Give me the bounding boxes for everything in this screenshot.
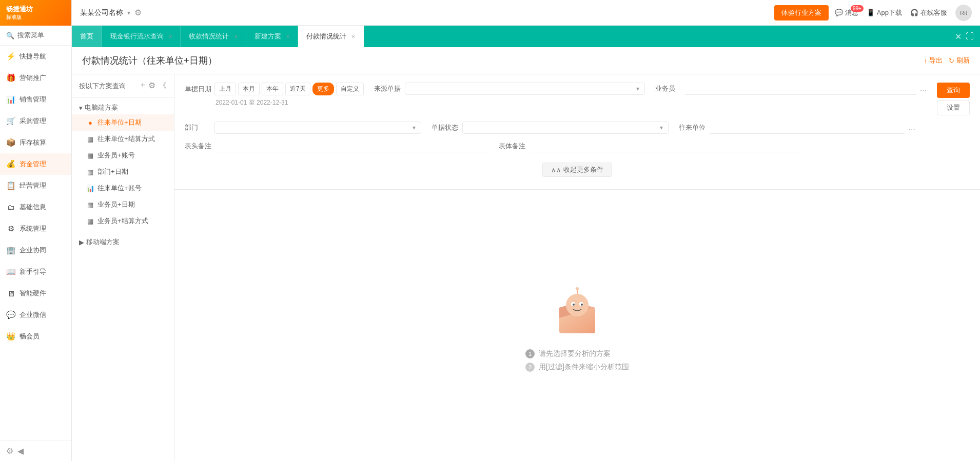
collapse-panel-icon[interactable]: 《 <box>159 81 167 91</box>
user-avatar[interactable]: Rit <box>955 5 972 21</box>
schema-group-desktop-header[interactable]: ▾ 电脑端方案 <box>72 101 174 114</box>
refresh-label: 刷新 <box>956 56 970 65</box>
phone-icon: 📱 <box>867 9 875 16</box>
query-button[interactable]: 查询 <box>937 83 970 98</box>
date-btn-this-month[interactable]: 本月 <box>238 83 260 95</box>
tab-bank-flow-close[interactable]: × <box>169 33 172 39</box>
inventory-icon: 📦 <box>6 138 15 147</box>
schema-item-partner-settlement[interactable]: ▦ 往来单位+结算方式 <box>72 131 174 147</box>
date-btn-7days[interactable]: 近7天 <box>285 83 310 95</box>
salesman-input[interactable] <box>685 83 915 95</box>
tab-fullscreen-icon[interactable]: ⛶ <box>966 32 974 41</box>
schema-group-mobile-header[interactable]: ▶ 移动端方案 <box>72 235 174 249</box>
date-btn-more[interactable]: 更多 <box>312 83 334 95</box>
tab-payment-close[interactable]: × <box>351 33 355 39</box>
add-scheme-icon[interactable]: + <box>141 81 145 91</box>
sidebar-settings-btn[interactable]: ⚙ <box>6 446 13 456</box>
tab-new-scheme[interactable]: 新建方案 × <box>246 26 298 47</box>
basic-info-icon: 🗂 <box>6 203 15 212</box>
quick-nav-icon: ⚡ <box>6 52 15 61</box>
table-icon-5: ▦ <box>86 217 94 225</box>
svg-point-7 <box>581 304 583 306</box>
schema-item-partner-date[interactable]: ● 往来单位+日期 <box>72 114 174 131</box>
source-bill-select[interactable]: ▾ <box>405 83 645 95</box>
filter-row-2: 部门 ▾ 单据状态 ▾ <box>185 122 970 134</box>
date-btn-last-month[interactable]: 上月 <box>214 83 236 95</box>
notifications-btn[interactable]: 💬 消息 99+ <box>835 8 858 17</box>
filter-partner: 往来单位 ... <box>679 122 915 134</box>
partner-more-icon[interactable]: ... <box>909 123 915 132</box>
schema-item-label: 业务员+日期 <box>97 200 135 209</box>
schema-item-dept-date[interactable]: ▦ 部门+日期 <box>72 164 174 180</box>
hardware-icon: 🖥 <box>6 289 15 298</box>
tab-new-scheme-close[interactable]: × <box>286 33 289 39</box>
sidebar-item-member[interactable]: 👑 畅会员 <box>0 326 71 347</box>
tab-close-all-icon[interactable]: ✕ <box>955 32 962 42</box>
dept-select[interactable]: ▾ <box>214 122 421 134</box>
sidebar-item-hardware[interactable]: 🖥 智能硬件 <box>0 283 71 304</box>
salesman-more-icon[interactable]: ... <box>920 84 927 93</box>
content-area: 按以下方案查询 + ⚙ 《 ▾ 电脑端方案 ● 往来单位+日期 <box>72 74 980 461</box>
empty-tip-1: 1 请先选择要分析的方案 <box>525 349 629 358</box>
topbar-gear-icon[interactable]: ⚙ <box>134 8 142 17</box>
tab-home[interactable]: 首页 <box>72 26 102 47</box>
schema-item-partner-account[interactable]: 📊 往来单位+账号 <box>72 180 174 196</box>
app-download-label: App下载 <box>877 8 902 17</box>
tip-num-1: 1 <box>525 349 535 358</box>
sidebar: 畅捷通坊 标准版 🔍 搜索菜单 ⚡ 快捷导航 🎁 营销推广 📊 销售管理 🛒 采… <box>0 0 72 461</box>
sidebar-item-inventory[interactable]: 📦 库存核算 <box>0 132 71 153</box>
enterprise-icon: 🏢 <box>6 246 15 255</box>
capital-icon: 💰 <box>6 159 15 169</box>
settings-button[interactable]: 设置 <box>937 100 970 115</box>
export-btn[interactable]: ↑ 导出 <box>924 56 943 65</box>
tab-home-label: 首页 <box>80 32 93 41</box>
search-menu[interactable]: 🔍 搜索菜单 <box>0 26 71 46</box>
tab-collection-label: 收款情况统计 <box>189 32 229 41</box>
company-chevron-icon[interactable]: ▾ <box>127 9 130 16</box>
date-btn-custom[interactable]: 自定义 <box>336 83 364 95</box>
bill-status-select[interactable]: ▾ <box>462 122 668 134</box>
sidebar-item-guide[interactable]: 📖 新手引导 <box>0 261 71 283</box>
schema-item-label: 业务员+结算方式 <box>97 216 148 226</box>
page: 付款情况统计（往来单位+日期） ↑ 导出 ↻ 刷新 按以下方案查询 + <box>72 47 980 461</box>
query-buttons: 查询 设置 <box>937 83 970 115</box>
sidebar-item-capital[interactable]: 💰 资金管理 <box>0 153 71 175</box>
body-note-input[interactable] <box>530 140 802 152</box>
tab-bank-flow[interactable]: 现金银行流水查询 × <box>102 26 181 47</box>
sales-icon: 📊 <box>6 95 15 104</box>
sidebar-collapse-btn[interactable]: ◀ <box>17 446 24 456</box>
sidebar-item-label: 新手引导 <box>19 267 46 276</box>
trial-button[interactable]: 体验行业方案 <box>774 5 829 21</box>
tab-payment-stats[interactable]: 付款情况统计 × <box>298 26 363 47</box>
settings-scheme-icon[interactable]: ⚙ <box>148 81 155 91</box>
partner-input[interactable] <box>710 122 905 134</box>
sidebar-item-wechat[interactable]: 💬 企业微信 <box>0 304 71 326</box>
sidebar-item-purchase[interactable]: 🛒 采购管理 <box>0 110 71 132</box>
online-service-btn[interactable]: 🎧 在线客服 <box>910 8 947 17</box>
sidebar-item-label: 采购管理 <box>19 116 46 126</box>
date-btn-this-year[interactable]: 本年 <box>262 83 283 95</box>
collapse-more-btn[interactable]: ∧∧ 收起更多条件 <box>542 163 612 177</box>
schema-item-salesman-date[interactable]: ▦ 业务员+日期 <box>72 196 174 213</box>
sidebar-item-marketing[interactable]: 🎁 营销推广 <box>0 67 71 89</box>
schema-item-salesman-settlement[interactable]: ▦ 业务员+结算方式 <box>72 213 174 229</box>
date-range-display: 2022-01-01 至 2022-12-31 <box>215 99 288 106</box>
refresh-btn[interactable]: ↻ 刷新 <box>949 56 970 65</box>
tab-payment-label: 付款情况统计 <box>306 32 346 41</box>
sidebar-item-sales[interactable]: 📊 销售管理 <box>0 89 71 110</box>
sidebar-item-system[interactable]: ⚙ 系统管理 <box>0 218 71 239</box>
purchase-icon: 🛒 <box>6 116 15 126</box>
schema-item-salesman-account[interactable]: ▦ 业务员+账号 <box>72 147 174 164</box>
sidebar-item-operations[interactable]: 📋 经营管理 <box>0 175 71 196</box>
tab-collection-stats[interactable]: 收款情况统计 × <box>181 26 246 47</box>
header-note-input[interactable] <box>215 140 488 152</box>
sidebar-item-enterprise[interactable]: 🏢 企业协同 <box>0 239 71 261</box>
sidebar-item-basic-info[interactable]: 🗂 基础信息 <box>0 196 71 218</box>
tabbar-right: ✕ ⛶ <box>949 26 980 47</box>
chart-icon: 📊 <box>86 184 94 192</box>
sidebar-item-quick-nav[interactable]: ⚡ 快捷导航 <box>0 46 71 67</box>
page-actions: ↑ 导出 ↻ 刷新 <box>924 56 970 65</box>
sidebar-item-label: 销售管理 <box>19 95 46 104</box>
app-download-btn[interactable]: 📱 App下载 <box>867 8 902 17</box>
tab-collection-close[interactable]: × <box>234 33 237 39</box>
